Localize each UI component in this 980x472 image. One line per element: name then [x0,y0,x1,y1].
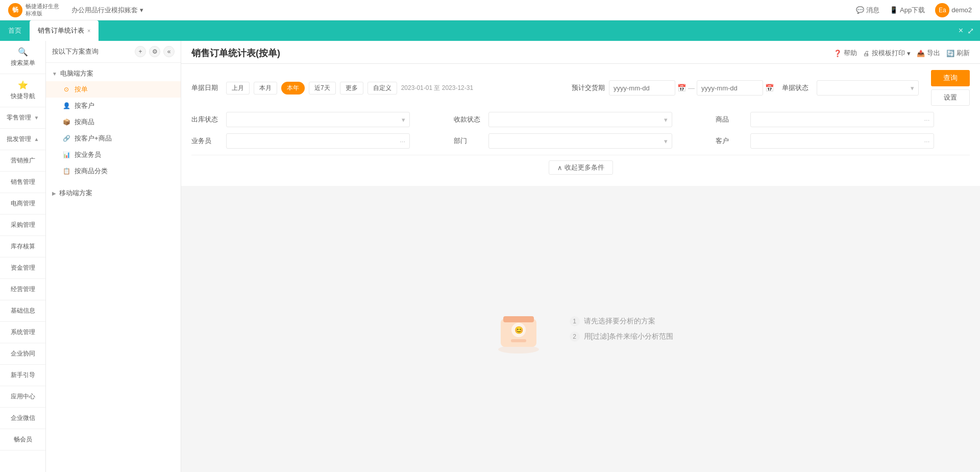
bill-status-filter: 单据状态 ▾ [782,80,919,96]
bill-status-select[interactable]: ▾ [817,80,919,96]
department-select[interactable]: ▾ [488,133,672,149]
chevron-down-icon: ▾ [664,137,668,145]
refresh-icon: 🔄 [946,50,954,57]
link-icon: 🔗 [62,134,70,143]
export-button[interactable]: 📤 导出 [917,49,940,58]
salesperson-label: 业务员 [191,136,222,146]
sidebar-item-enterprise[interactable]: 企业协同 [0,343,45,365]
scheme-group-header-desktop[interactable]: ▼ 电脑端方案 [46,66,181,81]
scheme-item-by-customer[interactable]: 👤 按客户 [46,98,181,114]
chevron-up-icon: ▲ [34,136,39,142]
top-bar-left: 畅 畅捷通好生意 标准版 办公用品行业模拟账套 ▾ [8,3,143,17]
sidebar-item-purchase[interactable]: 采购管理 [0,215,45,236]
delivery-status-select[interactable]: ▾ [226,112,410,127]
expected-date-end-input[interactable] [697,80,763,96]
print-button[interactable]: 🖨 按模板打印 ▾ [863,49,911,58]
export-icon: 📤 [917,50,925,57]
logo-area: 畅 畅捷通好生意 标准版 [8,3,59,17]
download-icon: 📱 [890,6,898,14]
sidebar-item-enterprise-wechat[interactable]: 企业微信 [0,408,45,429]
scheme-item-by-product[interactable]: 📦 按商品 [46,114,181,130]
bill-date-label: 单据日期 [191,83,222,92]
salesperson-select[interactable]: ··· [226,133,410,149]
this-year-button[interactable]: 本年 [281,82,305,95]
chevron-down-icon: ▼ [52,71,57,77]
user-profile[interactable]: Ea demo2 [935,3,972,17]
collapse-button[interactable]: ∧ 收起更多条件 [549,160,613,175]
sidebar-item-newbie[interactable]: 新手引导 [0,365,45,386]
sidebar-item-basic[interactable]: 基础信息 [0,300,45,322]
payment-status-select[interactable]: ▾ [488,112,672,127]
query-button[interactable]: 查询 [931,70,970,86]
app-download-button[interactable]: 📱 App下载 [890,6,925,15]
print-icon: 🖨 [863,50,870,57]
svg-rect-5 [511,339,526,342]
bill-status-label: 单据状态 [782,83,813,92]
refresh-button[interactable]: 🔄 刷新 [946,49,970,58]
sidebar-item-sales[interactable]: 销售管理 [0,172,45,193]
tab-maximize-icon[interactable]: ⤢ [967,26,974,36]
sidebar-item-quick-nav[interactable]: ⭐ 快捷导航 [0,74,45,107]
help-icon: ❓ [834,50,842,57]
scheme-item-by-order[interactable]: ⊙ 按单 [46,81,181,98]
scheme-group-mobile: ▶ 移动端方案 [46,182,181,204]
workspace-selector[interactable]: 办公用品行业模拟账套 ▾ [71,6,143,15]
chevron-down-icon: ▼ [34,115,39,121]
expected-date-input-wrap: 📅 — 📅 [609,80,774,96]
tab-home[interactable]: 首页 [0,20,30,41]
page-header: 销售订单统计表(按单) ❓ 帮助 🖨 按模板打印 ▾ 📤 导出 [181,41,980,64]
star-icon: ⭐ [18,80,28,90]
sidebar-item-system[interactable]: 系统管理 [0,322,45,343]
last7days-button[interactable]: 近7天 [309,82,336,95]
chevron-right-icon: ▶ [52,191,56,196]
last-month-button[interactable]: 上月 [226,82,250,95]
dots-icon: ··· [924,137,930,145]
scheme-item-by-salesperson[interactable]: 📊 按业务员 [46,147,181,163]
messages-button[interactable]: 💬 消息 [856,6,879,15]
filter-row-3: 业务员 ··· 部门 ▾ 客户 [191,133,970,149]
tab-sales-stats[interactable]: 销售订单统计表 × [30,20,99,41]
tab-minimize-icon[interactable]: × [959,26,963,35]
collapse-panel-button[interactable]: « [163,46,175,57]
add-scheme-button[interactable]: + [135,46,146,57]
calendar-start-icon[interactable]: 📅 [677,84,686,92]
help-button[interactable]: ❓ 帮助 [834,49,857,58]
sidebar-item-app-center[interactable]: 应用中心 [0,386,45,408]
svg-rect-2 [503,316,534,322]
dots-icon: ··· [400,137,405,145]
sidebar-item-wholesale[interactable]: 批发管理 ▲ [0,129,45,150]
sidebar-item-inventory[interactable]: 库存核算 [0,236,45,257]
empty-step-1: 1 请先选择要分析的方案 [570,316,674,326]
sidebar-item-marketing[interactable]: 营销推广 [0,150,45,172]
custom-date-button[interactable]: 自定义 [368,82,397,95]
product-select[interactable]: ··· [750,112,934,127]
dots-icon: ··· [924,116,930,124]
scheme-item-by-customer-product[interactable]: 🔗 按客户+商品 [46,130,181,147]
top-bar: 畅 畅捷通好生意 标准版 办公用品行业模拟账套 ▾ 💬 消息 📱 App下载 E… [0,0,980,20]
sidebar-item-finance[interactable]: 资金管理 [0,257,45,279]
salesperson-col: 业务员 ··· [191,133,446,149]
sidebar-item-ecommerce[interactable]: 电商管理 [0,193,45,215]
sidebar-item-retail[interactable]: 零售管理 ▼ [0,107,45,129]
chevron-down-icon: ▾ [402,116,405,124]
settings-button[interactable]: 设置 [931,89,970,106]
customer-select[interactable]: ··· [750,133,934,149]
this-month-button[interactable]: 本月 [254,82,277,95]
sidebar-item-operations[interactable]: 经营管理 [0,279,45,300]
sidebar-item-search-menu[interactable]: 🔍 搜索菜单 [0,41,45,74]
delivery-status-label: 出库状态 [191,115,222,124]
department-label: 部门 [454,136,484,146]
more-date-button[interactable]: 更多 [340,82,363,95]
search-icon: 🔍 [18,47,28,57]
settings-scheme-button[interactable]: ⚙ [149,46,160,57]
expected-date-start-input[interactable] [609,80,675,96]
calendar-end-icon[interactable]: 📅 [765,84,774,92]
scheme-item-by-category[interactable]: 📋 按商品分类 [46,163,181,179]
collapse-row: ∧ 收起更多条件 [191,155,970,180]
sidebar-item-member[interactable]: 畅会员 [0,429,45,451]
user-icon: 👤 [62,102,70,110]
tab-close-icon[interactable]: × [87,28,90,34]
filter-row-2: 出库状态 ▾ 收款状态 ▾ 商品 [191,112,970,127]
left-panel-title: 按以下方案查询 [52,47,99,56]
scheme-group-header-mobile[interactable]: ▶ 移动端方案 [46,185,181,201]
